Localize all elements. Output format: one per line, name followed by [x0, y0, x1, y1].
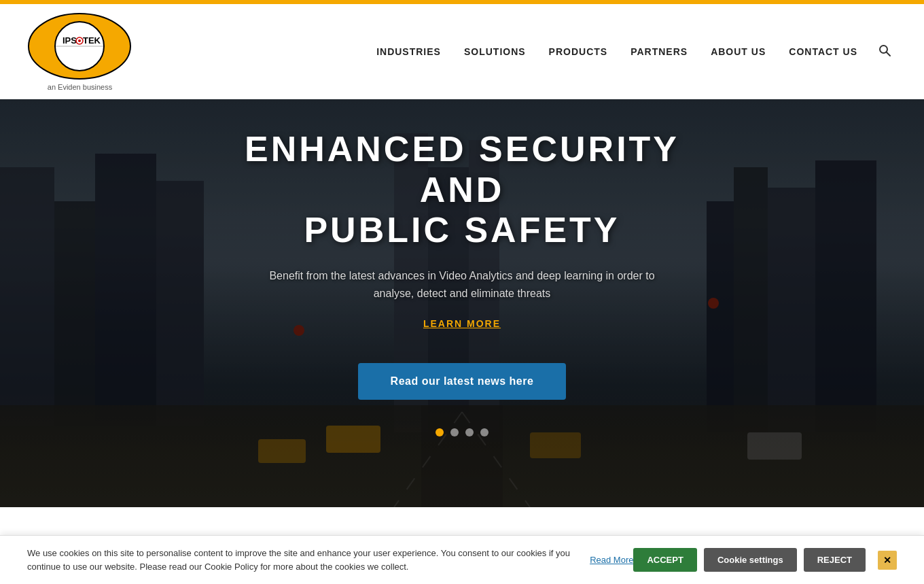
cookie-text-area: We use cookies on this site to personali… [27, 547, 633, 573]
nav-partners[interactable]: PARTNERS [622, 41, 696, 63]
hero-title: ENHANCED SECURITY AND PUBLIC SAFETY [207, 129, 717, 251]
nav-contact[interactable]: CONTACT US [781, 41, 866, 63]
svg-text:IPS: IPS [63, 35, 77, 46]
carousel-dot-3[interactable] [465, 428, 474, 436]
hero-subtitle: Benefit from the latest advances in Vide… [258, 267, 666, 302]
logo-svg: IPS TEK [27, 12, 132, 80]
cookie-actions: ACCEPT Cookie settings REJECT ✕ [633, 548, 897, 572]
cookie-message: We use cookies on this site to personali… [27, 547, 579, 573]
search-icon [878, 44, 891, 57]
svg-point-4 [78, 39, 81, 42]
svg-text:TEK: TEK [83, 35, 101, 46]
carousel-dot-1[interactable] [436, 428, 444, 436]
cookie-read-more[interactable]: Read More [590, 553, 633, 567]
logo-sub: an Eviden business [48, 83, 112, 91]
carousel-dot-2[interactable] [450, 428, 459, 436]
nav-industries[interactable]: INDUSTRIES [368, 41, 449, 63]
carousel-dots [436, 428, 488, 436]
hero-section: ENHANCED SECURITY AND PUBLIC SAFETY Bene… [0, 99, 924, 507]
hero-learn-more[interactable]: LEARN MORE [423, 318, 501, 329]
reject-button[interactable]: REJECT [804, 548, 866, 572]
nav-products[interactable]: PRODUCTS [541, 41, 616, 63]
close-cookie-button[interactable]: ✕ [878, 551, 897, 570]
logo[interactable]: IPS TEK an Eviden business [27, 12, 132, 91]
search-button[interactable] [872, 38, 897, 66]
accept-button[interactable]: ACCEPT [633, 548, 696, 572]
cookie-banner: We use cookies on this site to personali… [0, 535, 924, 584]
carousel-dot-4[interactable] [480, 428, 488, 436]
nav-solutions[interactable]: SOLUTIONS [456, 41, 534, 63]
hero-content: ENHANCED SECURITY AND PUBLIC SAFETY Bene… [0, 99, 924, 507]
cookie-settings-button[interactable]: Cookie settings [704, 548, 797, 572]
nav-about[interactable]: ABOUT US [703, 41, 774, 63]
site-header: IPS TEK an Eviden business INDUSTRIES SO… [0, 4, 924, 99]
news-button[interactable]: Read our latest news here [358, 363, 567, 400]
svg-line-8 [887, 52, 891, 56]
main-nav: INDUSTRIES SOLUTIONS PRODUCTS PARTNERS A… [368, 38, 897, 66]
